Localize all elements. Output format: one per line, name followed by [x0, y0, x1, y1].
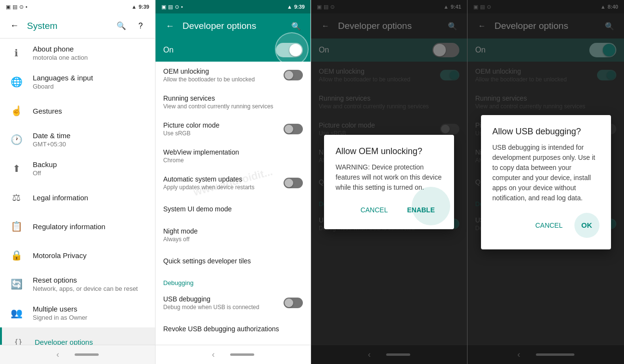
- dev-item-qs-tiles[interactable]: Quick settings developer tiles: [156, 248, 311, 273]
- loc-icon-m: ⊙: [175, 4, 179, 10]
- webview-text-m: WebView implementation Chrome: [163, 148, 303, 164]
- search-icon-left: 🔍: [117, 21, 126, 30]
- settings-item-regulatory[interactable]: 📋 Regulatory information: [0, 212, 155, 241]
- oem-toggle-thumb-m: [285, 71, 293, 79]
- usb-toggle-thumb-m: [285, 299, 293, 307]
- datetime-icon: 🕐: [8, 131, 25, 148]
- night-text-m: Night mode Always off: [163, 227, 303, 243]
- webview-title-m: WebView implementation: [163, 148, 303, 156]
- running-title-m: Running services: [163, 94, 303, 102]
- usb-ok-button[interactable]: OK: [574, 213, 599, 238]
- running-text-m: Running services View and control curren…: [163, 94, 303, 110]
- dev-item-oem[interactable]: OEM unlocking Allow the bootloader to be…: [156, 62, 311, 89]
- usb-sub-m: Debug mode when USB is connected: [163, 304, 284, 311]
- dev-item-usb-debug[interactable]: USB debugging Debug mode when USB is con…: [156, 289, 311, 316]
- usb-toggle-m[interactable]: [284, 298, 303, 308]
- settings-item-legal[interactable]: ⚖ Legal information: [0, 183, 155, 212]
- wifi-icon: ▲: [131, 4, 137, 10]
- on-label-middle: On: [163, 46, 173, 54]
- system-settings-list: ℹ About phone motorola one action 🌐 Lang…: [0, 39, 155, 345]
- color-toggle-m[interactable]: [284, 124, 303, 134]
- settings-item-backup[interactable]: ⬆ Backup Off: [0, 154, 155, 183]
- color-text-m: Picture color mode Use sRGB: [163, 121, 284, 137]
- usb-dialog-body: USB debugging is intended for developmen…: [493, 143, 599, 203]
- search-button-left[interactable]: 🔍: [115, 19, 128, 33]
- nav-home-m[interactable]: [230, 353, 254, 356]
- night-title-m: Night mode: [163, 227, 303, 235]
- oem-toggle-m[interactable]: [284, 70, 303, 80]
- autoupdate-text-m: Automatic system updates Apply updates w…: [163, 175, 284, 191]
- qs-title-m: Quick settings developer tiles: [163, 257, 303, 265]
- settings-item-about[interactable]: ℹ About phone motorola one action: [0, 39, 155, 67]
- settings-item-privacy[interactable]: 🔒 Motorola Privacy: [0, 241, 155, 270]
- oem-sub-m: Allow the bootloader to be unlocked: [163, 76, 284, 83]
- usb-text-m: USB debugging Debug mode when USB is con…: [163, 295, 284, 311]
- search-button-middle[interactable]: 🔍: [289, 19, 303, 33]
- nav-back-left[interactable]: ‹: [56, 350, 59, 360]
- night-sub-m: Always off: [163, 236, 303, 243]
- dev-item-revoke[interactable]: Revoke USB debugging authorizations: [156, 316, 311, 341]
- demo-title-m: System UI demo mode: [163, 205, 303, 213]
- oem-cancel-button[interactable]: Cancel: [353, 202, 396, 218]
- oem-dialog: Allow OEM unlocking? WARNING: Device pro…: [324, 135, 454, 229]
- sd-icon: ▤: [13, 4, 17, 10]
- toggle-thumb-middle: [289, 44, 302, 56]
- language-icon: 🌐: [8, 73, 25, 91]
- about-subtitle: motorola one action: [33, 54, 147, 61]
- oem-enable-button[interactable]: Enable: [399, 202, 442, 218]
- privacy-icon: 🔒: [8, 247, 25, 264]
- system-icons-left: ▲ 9:39: [131, 4, 149, 10]
- language-text: Languages & input Gboard: [33, 74, 147, 90]
- autoupdate-sub-m: Apply updates when device restarts: [163, 184, 284, 191]
- gestures-icon: ☝: [8, 102, 25, 119]
- regulatory-text: Regulatory information: [33, 222, 147, 231]
- dev-item-webview[interactable]: WebView implementation Chrome: [156, 143, 311, 169]
- on-row-middle[interactable]: On: [156, 39, 311, 62]
- debug-section-label-m: Debugging: [156, 273, 311, 289]
- qs-text-m: Quick settings developer tiles: [163, 257, 303, 265]
- main-toggle-middle[interactable]: [276, 43, 303, 57]
- usb-dialog-overlay: Allow USB debugging? USB debugging is in…: [468, 0, 624, 364]
- back-button-left[interactable]: ←: [8, 19, 21, 33]
- developer-text: Developer options: [35, 338, 147, 345]
- datetime-title: Date & time: [33, 131, 147, 140]
- nav-home-left[interactable]: [75, 353, 99, 356]
- dev-item-night[interactable]: Night mode Always off: [156, 221, 311, 248]
- settings-item-language[interactable]: 🌐 Languages & input Gboard: [0, 67, 155, 96]
- color-sub-m: Use sRGB: [163, 130, 284, 137]
- dev-item-running[interactable]: Running services View and control curren…: [156, 89, 311, 116]
- dev-item-color[interactable]: Picture color mode Use sRGB: [156, 116, 311, 143]
- settings-item-reset[interactable]: 🔄 Reset options Network, apps, or device…: [0, 270, 155, 299]
- usb-cancel-button[interactable]: Cancel: [528, 213, 571, 238]
- sys-icons-middle: ▲ 9:39: [287, 4, 305, 10]
- usb-title-m: USB debugging: [163, 295, 284, 303]
- developer-options-panel: ▣ ▤ ⊙ • ▲ 9:39 ← Developer options 🔍 On: [156, 0, 311, 364]
- autoupdate-toggle-m[interactable]: [284, 178, 303, 188]
- oem-dialog-overlay: Allow OEM unlocking? WARNING: Device pro…: [311, 0, 467, 364]
- dev-item-autoupdate[interactable]: Automatic system updates Apply updates w…: [156, 169, 311, 196]
- settings-item-datetime[interactable]: 🕐 Date & time GMT+05:30: [0, 125, 155, 154]
- settings-item-users[interactable]: 👥 Multiple users Signed in as Owner: [0, 299, 155, 327]
- dev-item-demo[interactable]: System UI demo mode: [156, 196, 311, 221]
- revoke-text-m: Revoke USB debugging authorizations: [163, 325, 303, 333]
- users-title: Multiple users: [33, 305, 147, 313]
- backup-title: Backup: [33, 160, 147, 169]
- dev-options-dialog-oem: ▣ ▤ ⊙ ▲ 9:41 ← Developer options 🔍 On: [311, 0, 468, 364]
- settings-item-gestures[interactable]: ☝ Gestures: [0, 96, 155, 125]
- settings-item-developer[interactable]: {} Developer options: [0, 327, 155, 345]
- usb-dialog-actions: Cancel OK: [493, 213, 599, 238]
- help-button-left[interactable]: ?: [134, 19, 147, 33]
- webview-sub-m: Chrome: [163, 157, 303, 164]
- regulatory-title: Regulatory information: [33, 222, 147, 231]
- datetime-text: Date & time GMT+05:30: [33, 131, 147, 148]
- regulatory-icon: 📋: [8, 218, 25, 235]
- about-text: About phone motorola one action: [33, 45, 147, 61]
- time-middle: 9:39: [294, 4, 305, 10]
- privacy-title: Motorola Privacy: [33, 251, 147, 260]
- about-title: About phone: [33, 45, 147, 53]
- nav-back-m[interactable]: ‹: [212, 350, 215, 360]
- back-button-middle[interactable]: ←: [163, 19, 177, 33]
- system-app-bar: ← System 🔍 ?: [0, 13, 155, 39]
- dev-title-middle: Developer options: [182, 21, 284, 31]
- dev-item-bug[interactable]: Bug report shortcut: [156, 341, 311, 345]
